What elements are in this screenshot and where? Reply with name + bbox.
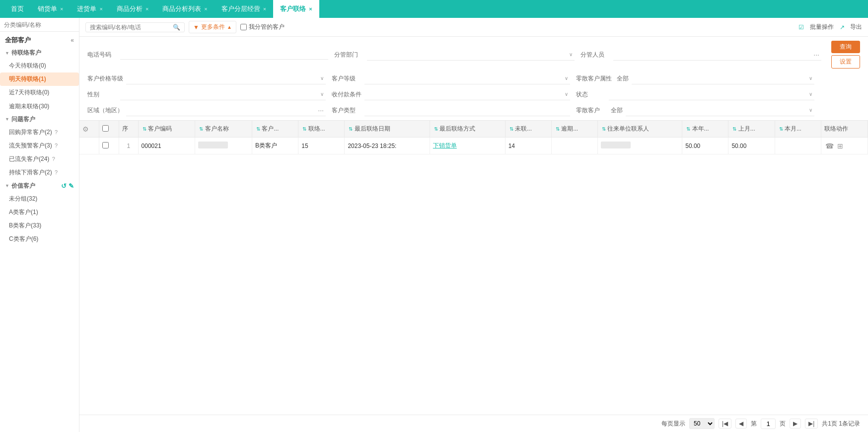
- th-last-month-sort[interactable]: ⇅: [732, 126, 736, 132]
- retail-customer-select[interactable]: ∨: [626, 104, 814, 116]
- query-button[interactable]: 查询: [831, 41, 860, 53]
- th-name-sort[interactable]: ⇅: [199, 126, 203, 132]
- td-contact: 15: [298, 138, 345, 154]
- table-header-row: ⚙ 序 ⇅ 客户编码 ⇅ 客户名称 ⇅ 客户...: [79, 121, 868, 138]
- sidebar-item-ungrouped[interactable]: 未分组(32): [0, 192, 79, 206]
- nature-chevron: ∨: [320, 91, 324, 97]
- th-type: ⇅ 客户...: [252, 121, 298, 138]
- th-code-sort[interactable]: ⇅: [143, 126, 146, 132]
- sidebar-item-declining[interactable]: 持续下滑客户(2) ?: [0, 166, 79, 179]
- my-customer-checkbox-wrap[interactable]: 我分管的客户: [240, 23, 285, 31]
- more-filter-button[interactable]: ▼ 更多条件 ▲: [189, 21, 236, 33]
- sidebar-item-b-class[interactable]: B类客户(33): [0, 219, 79, 232]
- select-all-checkbox[interactable]: [102, 125, 109, 132]
- customer-type-select[interactable]: [364, 104, 570, 116]
- nature-select[interactable]: ∨: [120, 88, 326, 100]
- first-page-button[interactable]: |◀: [719, 419, 731, 429]
- sidebar-item-churn-warning[interactable]: 流失预警客户(3) ?: [0, 139, 79, 152]
- page-size-select[interactable]: 50 100 200: [689, 418, 715, 429]
- table-settings-icon[interactable]: ⚙: [82, 125, 89, 133]
- th-contact-sort[interactable]: ⇅: [302, 126, 306, 132]
- sidebar-item-churned[interactable]: 已流失客户(24) ?: [0, 152, 79, 166]
- nav-product-analysis-list-close[interactable]: ×: [204, 6, 207, 12]
- prev-page-button[interactable]: ◀: [735, 419, 747, 429]
- retail-attr-chevron: ∨: [809, 75, 812, 81]
- th-settings: ⚙: [79, 121, 99, 138]
- nav-purchase-order-close[interactable]: ×: [99, 6, 102, 12]
- my-customer-checkbox[interactable]: [240, 24, 247, 30]
- th-overdue-sort[interactable]: ⇅: [556, 126, 560, 132]
- phone-input[interactable]: [120, 50, 328, 60]
- nav-product-analysis[interactable]: 商品分析 ×: [110, 0, 155, 18]
- nav-home[interactable]: 首页: [4, 0, 31, 18]
- th-this-month-sort[interactable]: ⇅: [779, 126, 783, 132]
- help-icon-2: ?: [55, 143, 58, 148]
- sidebar-item-overdue-pending[interactable]: 逾期未联络(30): [0, 100, 79, 113]
- sidebar-item-today-pending[interactable]: 今天待联络(0): [0, 59, 79, 72]
- sidebar-item-a-class[interactable]: A类客户(1): [0, 206, 79, 219]
- nav-sales-order[interactable]: 销货单 ×: [31, 0, 70, 18]
- sidebar-collapse-icon[interactable]: «: [71, 37, 74, 44]
- phone-label: 电话号码: [87, 51, 117, 59]
- th-type-sort[interactable]: ⇅: [256, 126, 260, 132]
- filter-actions: 查询 设置: [831, 41, 860, 69]
- region-select[interactable]: ···: [126, 104, 326, 116]
- dept-select[interactable]: ∨: [367, 49, 575, 61]
- nav-home-label: 首页: [11, 4, 24, 13]
- row-checkbox[interactable]: [102, 142, 109, 148]
- th-not-contacted-sort[interactable]: ⇅: [509, 126, 513, 132]
- filter-panel: 电话号码 分管部门 ∨ 分管人员 ··· 查询 设置: [79, 37, 868, 121]
- sidebar-item-7days-pending[interactable]: 近7天待联络(0): [0, 86, 79, 99]
- settings-button[interactable]: 设置: [831, 55, 860, 69]
- th-last-contact-way-sort[interactable]: ⇅: [434, 126, 438, 132]
- value-refresh-icon[interactable]: ↺: [61, 182, 67, 190]
- last-page-button[interactable]: ▶|: [805, 419, 818, 429]
- th-last-contact-date-sort[interactable]: ⇅: [349, 126, 353, 132]
- value-edit-icon[interactable]: ✎: [69, 182, 74, 190]
- nav-customer-contact[interactable]: 客户联络 ×: [273, 0, 319, 18]
- status-select[interactable]: ∨: [609, 88, 814, 100]
- price-level-select[interactable]: ∨: [126, 72, 326, 84]
- nav-customer-contact-close[interactable]: ×: [309, 6, 312, 12]
- batch-operation-button[interactable]: 批量操作: [798, 23, 833, 31]
- next-page-button[interactable]: ▶: [790, 419, 801, 429]
- nav-customer-tier[interactable]: 客户分层经营 ×: [215, 0, 273, 18]
- nav-product-analysis-close[interactable]: ×: [145, 6, 148, 12]
- action-phone-icon[interactable]: ☎: [825, 142, 834, 150]
- retail-attr-select[interactable]: ∨: [632, 72, 814, 84]
- export-button[interactable]: 导出: [840, 23, 862, 31]
- unit-contact-blurred: [601, 142, 631, 148]
- th-not-contacted: ⇅ 未联...: [505, 121, 551, 138]
- sidebar-item-repurchase-abnormal[interactable]: 回购异常客户(2) ?: [0, 126, 79, 139]
- nav-customer-tier-close[interactable]: ×: [263, 6, 266, 12]
- sidebar-search-input[interactable]: [4, 21, 78, 28]
- sidebar-item-c-class[interactable]: C类客户(6): [0, 232, 79, 246]
- customer-level-select[interactable]: ∨: [364, 72, 570, 84]
- manager-select[interactable]: ···: [613, 49, 821, 61]
- page-size-label: 每页显示: [661, 420, 685, 428]
- status-chevron: ∨: [809, 91, 812, 97]
- sidebar-item-tomorrow-pending[interactable]: 明天待联络(1): [0, 72, 79, 86]
- td-no: 1: [119, 138, 138, 154]
- nav-sales-order-label: 销货单: [38, 4, 57, 13]
- filter-retail-customer: 零散客户 全部 ∨: [576, 104, 814, 116]
- nav-product-analysis-list[interactable]: 商品分析列表 ×: [155, 0, 214, 18]
- th-unit-contact: ⇅ 往来单位联系人: [597, 121, 682, 138]
- current-page-input[interactable]: [761, 419, 776, 429]
- search-icon[interactable]: 🔍: [173, 24, 180, 31]
- region-dots: ···: [318, 106, 324, 114]
- td-action: ☎ ⊞: [821, 138, 868, 154]
- sidebar-search-wrap: 🔍: [0, 18, 79, 32]
- th-no-label: 序: [122, 125, 128, 132]
- td-unit-contact: [597, 138, 682, 154]
- th-action-label: 联络动作: [824, 125, 848, 132]
- th-unit-contact-sort[interactable]: ⇅: [602, 126, 606, 132]
- region-label: 区域（地区）: [87, 106, 123, 115]
- action-grid-icon[interactable]: ⊞: [837, 142, 843, 150]
- nav-purchase-order[interactable]: 进货单 ×: [70, 0, 109, 18]
- search-input[interactable]: [90, 24, 173, 31]
- nav-sales-order-close[interactable]: ×: [60, 6, 63, 12]
- td-last-contact-date: 2023-05-23 18:25:: [345, 138, 430, 154]
- th-this-year-sort[interactable]: ⇅: [686, 126, 690, 132]
- payment-select[interactable]: ∨: [364, 88, 570, 100]
